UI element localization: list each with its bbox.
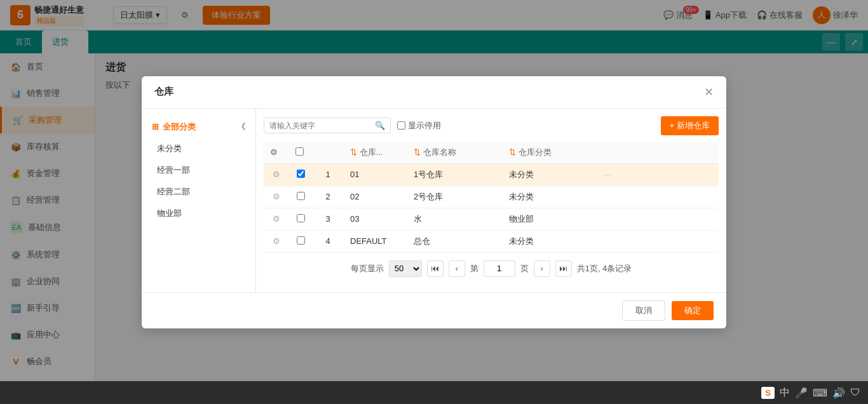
mic-icon[interactable]: 🎤 — [795, 387, 808, 399]
dialog-title: 仓库 — [154, 86, 173, 98]
page-label: 第 — [470, 263, 478, 274]
row-check[interactable] — [289, 185, 312, 208]
table-header: ⚙ ⇅ 仓库... — [264, 142, 719, 164]
grid-icon: ⊞ — [152, 122, 159, 131]
row-index: 3 — [312, 208, 344, 230]
col-header-actions — [598, 142, 719, 164]
cat-item-dept2[interactable]: 经营二部 — [142, 181, 255, 203]
sort-icon-code: ⇅ — [350, 147, 357, 157]
row-gear-icon: ⚙ — [273, 192, 280, 201]
show-disabled-check[interactable] — [397, 121, 405, 130]
col-header-gear: ⚙ — [264, 142, 289, 164]
table-row[interactable]: ⚙ 1 01 1号仓库 未分类 ··· — [264, 163, 719, 185]
row-name: 2号仓库 — [407, 185, 503, 208]
dialog-footer: 取消 确定 — [142, 292, 726, 328]
row-gear-icon: ⚙ — [273, 170, 280, 179]
row-gear[interactable]: ⚙ — [264, 208, 289, 230]
per-page-label: 每页显示 — [351, 263, 384, 274]
confirm-button[interactable]: 确定 — [672, 301, 714, 320]
keyboard-icon[interactable]: ⌨ — [813, 387, 827, 399]
row-name: 总仓 — [407, 230, 503, 252]
row-cat: 未分类 — [503, 185, 598, 208]
row-index: 2 — [312, 185, 344, 208]
row-actions — [598, 185, 719, 208]
cancel-button[interactable]: 取消 — [622, 300, 665, 321]
row-gear[interactable]: ⚙ — [264, 163, 289, 185]
dialog-overlay: 仓库 ✕ ⊞ 全部分类 《 未分类 经营一部 经营二部 物业部 — [0, 0, 868, 404]
taskbar-icon1[interactable]: 🔊 — [832, 387, 845, 399]
sort-icon-name: ⇅ — [414, 147, 421, 157]
add-warehouse-button[interactable]: + 新增仓库 — [661, 116, 719, 135]
row-checkbox[interactable] — [297, 214, 305, 222]
col-header-cat: ⇅ 仓库分类 — [503, 142, 598, 164]
row-cat: 未分类 — [503, 163, 598, 185]
row-index: 4 — [312, 230, 344, 252]
table-row[interactable]: ⚙ 4 DEFAULT 总仓 未分类 — [264, 230, 719, 252]
category-sidebar: ⊞ 全部分类 《 未分类 经营一部 经营二部 物业部 — [142, 109, 256, 292]
row-checkbox[interactable] — [297, 192, 305, 200]
row-checkbox[interactable] — [297, 170, 305, 178]
table-row[interactable]: ⚙ 2 02 2号仓库 未分类 — [264, 185, 719, 208]
row-ellipsis-button[interactable]: ··· — [604, 170, 611, 179]
row-code: 02 — [344, 185, 407, 208]
cat-item-unclassified[interactable]: 未分类 — [142, 138, 255, 159]
first-page-button[interactable]: ⏮ — [427, 260, 444, 277]
total-records: 共1页, 4条记录 — [577, 263, 632, 274]
table-body: ⚙ 1 01 1号仓库 未分类 ··· ⚙ 2 02 2号仓库 未分类 ⚙ 3 … — [264, 163, 719, 252]
row-gear-icon: ⚙ — [273, 236, 280, 246]
pagination: 每页显示 50 100 ⏮ ‹ 第 页 › ⏭ 共1页, 4条记录 — [264, 253, 719, 285]
row-check[interactable] — [289, 163, 312, 185]
row-cat: 未分类 — [503, 230, 598, 252]
col-header-index — [312, 142, 344, 164]
row-code: DEFAULT — [344, 230, 407, 252]
row-code: 03 — [344, 208, 407, 230]
table-area: 🔍 显示停用 + 新增仓库 ⚙ — [256, 109, 726, 292]
page-number-input[interactable] — [484, 260, 515, 277]
last-page-button[interactable]: ⏭ — [555, 260, 572, 277]
row-code: 01 — [344, 163, 407, 185]
all-categories-item[interactable]: ⊞ 全部分类 《 — [142, 116, 255, 138]
dialog-body: ⊞ 全部分类 《 未分类 经营一部 经营二部 物业部 🔍 — [142, 109, 726, 292]
col-header-check — [289, 142, 312, 164]
next-page-button[interactable]: › — [534, 260, 550, 277]
table-toolbar: 🔍 显示停用 + 新增仓库 — [264, 116, 719, 135]
row-gear[interactable]: ⚙ — [264, 185, 289, 208]
row-gear[interactable]: ⚙ — [264, 230, 289, 252]
search-input[interactable] — [269, 121, 375, 130]
chinese-input-icon[interactable]: 中 — [780, 386, 790, 400]
dialog-close-button[interactable]: ✕ — [704, 85, 714, 99]
cat-item-dept1[interactable]: 经营一部 — [142, 159, 255, 181]
select-all-checkbox[interactable] — [295, 147, 304, 156]
table-container: ⚙ ⇅ 仓库... — [264, 142, 719, 253]
search-box: 🔍 — [264, 118, 391, 133]
collapse-icon[interactable]: 《 — [237, 121, 245, 133]
warehouse-dialog: 仓库 ✕ ⊞ 全部分类 《 未分类 经营一部 经营二部 物业部 — [142, 76, 726, 328]
col-header-code: ⇅ 仓库... — [344, 142, 407, 164]
per-page-select[interactable]: 50 100 — [389, 260, 422, 277]
row-actions: ··· — [598, 163, 719, 185]
row-cat: 物业部 — [503, 208, 598, 230]
show-disabled-checkbox[interactable]: 显示停用 — [397, 120, 441, 131]
taskbar-icon2[interactable]: 🛡 — [850, 387, 860, 398]
row-check[interactable] — [289, 208, 312, 230]
cat-item-property[interactable]: 物业部 — [142, 203, 255, 224]
sort-icon-cat: ⇅ — [509, 147, 516, 157]
warehouse-table: ⚙ ⇅ 仓库... — [264, 142, 719, 253]
row-name: 水 — [407, 208, 503, 230]
search-icon: 🔍 — [375, 121, 385, 130]
col-header-name: ⇅ 仓库名称 — [407, 142, 503, 164]
show-disabled-label: 显示停用 — [408, 120, 441, 131]
row-index: 1 — [312, 163, 344, 185]
row-gear-icon: ⚙ — [273, 214, 280, 224]
brand-s-icon: S — [761, 387, 775, 399]
row-name: 1号仓库 — [407, 163, 503, 185]
gear-header-icon[interactable]: ⚙ — [270, 147, 278, 157]
row-actions — [598, 208, 719, 230]
page-unit: 页 — [520, 263, 529, 274]
table-row[interactable]: ⚙ 3 03 水 物业部 — [264, 208, 719, 230]
prev-page-button[interactable]: ‹ — [449, 260, 465, 277]
bottom-bar: S 中 🎤 ⌨ 🔊 🛡 — [0, 381, 868, 404]
row-checkbox[interactable] — [297, 236, 305, 245]
row-actions — [598, 230, 719, 252]
row-check[interactable] — [289, 230, 312, 252]
